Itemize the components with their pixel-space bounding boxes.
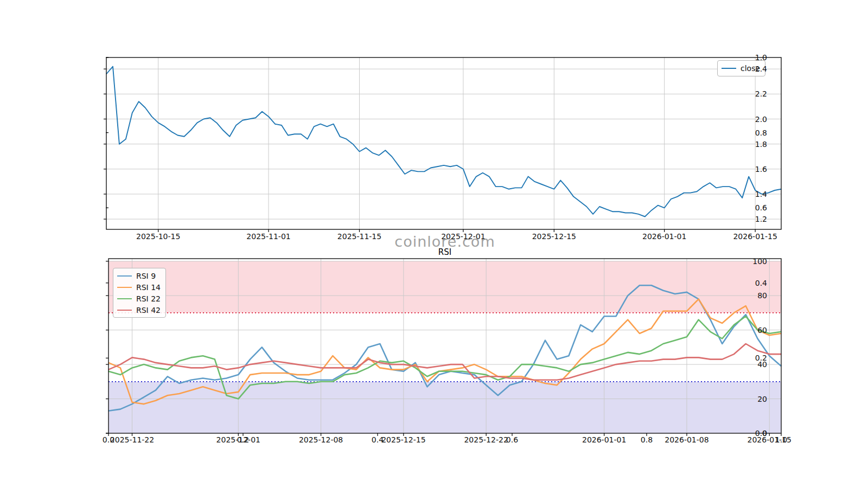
date-x-tick-label: 2025-11-01: [246, 233, 290, 240]
overlay-x-tick-label: 0.0: [103, 436, 114, 444]
legend-label: RSI 22: [136, 295, 161, 303]
legend-item-rsi-9: RSI 9: [117, 270, 161, 281]
overlay-y-tick-label: 1.0: [755, 54, 767, 61]
date-x-tick-label: 2025-12-15: [532, 233, 576, 240]
price-y-tick-label: 2.0: [755, 115, 767, 123]
overlay-y-tick-label: 0.0: [755, 429, 767, 437]
legend-item-rsi-14: RSI 14: [117, 281, 161, 293]
price-y-tick-label: 1.2: [755, 215, 767, 223]
rsi-y-tick-label: 60: [757, 326, 767, 334]
date-x-tick-label: 2026-01-01: [582, 436, 626, 444]
price-y-tick-label: 1.4: [755, 190, 767, 198]
rsi-y-tick-label: 20: [757, 395, 767, 403]
overlay-y-tick-label: 0.8: [755, 129, 767, 137]
line-swatch: [117, 275, 132, 277]
rsi-chart-title: RSI: [438, 247, 451, 257]
legend-item-rsi-42: RSI 42: [117, 304, 161, 316]
date-x-tick-label: 2025-12-08: [299, 436, 343, 444]
legend-label: RSI 9: [136, 272, 156, 280]
line-swatch: [117, 310, 132, 311]
overlay-y-tick-label: 0.6: [755, 204, 767, 211]
overlay-x-tick-label: 0.6: [506, 436, 518, 444]
rsi-y-tick-label: 100: [752, 258, 767, 265]
overlay-y-tick-label: 0.2: [755, 354, 767, 362]
legend-item-close: close: [722, 63, 760, 74]
legend-label: RSI 42: [136, 306, 161, 314]
date-x-tick-label: 2025-11-15: [337, 233, 381, 240]
date-x-tick-label: 2025-12-01: [441, 233, 485, 240]
overlay-x-tick-label: 0.4: [372, 436, 384, 444]
date-x-tick-label: 2026-01-15: [733, 233, 777, 240]
date-x-tick-label: 2025-10-15: [136, 233, 180, 240]
overlay-x-tick-label: 1.0: [775, 436, 787, 444]
overlay-x-tick-label: 0.2: [237, 436, 249, 444]
price-y-tick-label: 1.6: [755, 165, 767, 173]
date-x-tick-label: 2026-01-01: [642, 233, 686, 240]
rsi-legend: RSI 9RSI 14RSI 22RSI 42: [113, 268, 166, 318]
price-y-tick-label: 2.4: [755, 65, 767, 73]
legend-item-rsi-22: RSI 22: [117, 293, 161, 304]
line-swatch: [117, 287, 132, 288]
overlay-x-tick-label: 0.8: [641, 436, 653, 444]
close-line-swatch: [722, 68, 736, 69]
date-x-tick-label: 2025-12-22: [464, 436, 508, 444]
date-x-tick-label: 2025-11-22: [110, 436, 154, 444]
chart-figure: coinlore.com RSI close RSI 9RSI 14RSI 22…: [0, 0, 868, 488]
line-swatch: [117, 298, 132, 299]
date-x-tick-label: 2026-01-08: [665, 436, 709, 444]
rsi-y-tick-label: 80: [757, 292, 767, 299]
rsi-42-line: [108, 344, 781, 380]
overbought-band: [108, 261, 781, 313]
overlay-y-tick-label: 0.4: [755, 279, 767, 287]
legend-label: RSI 14: [136, 284, 161, 291]
price-y-tick-label: 2.2: [755, 90, 767, 98]
close-chart-frame: [106, 57, 781, 229]
price-y-tick-label: 1.8: [755, 140, 767, 148]
date-x-tick-label: 2025-12-15: [381, 436, 425, 444]
